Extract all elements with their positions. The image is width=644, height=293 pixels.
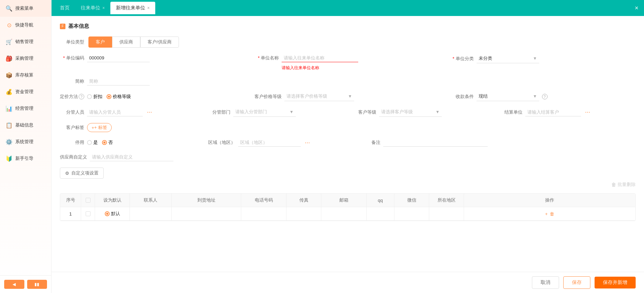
region-input[interactable]: [238, 138, 301, 147]
sidebar-item-sales[interactable]: 🛒 销售管理: [0, 33, 51, 50]
sidebar-label-inventory: 库存核算: [15, 72, 33, 78]
disabled-field: 停用 是 否: [60, 139, 200, 146]
sidebar-label-system: 系统管理: [15, 139, 33, 145]
inventory-icon: 📦: [6, 72, 13, 79]
payment-condition-select[interactable]: 现结 ▼: [477, 92, 539, 101]
sidebar-label-guide: 新手引导: [15, 155, 33, 162]
settlement-unit-input[interactable]: [525, 108, 581, 116]
category-select[interactable]: 未分类 ▼: [477, 54, 539, 63]
tab-partners[interactable]: 往来单位 ×: [75, 2, 110, 14]
sidebar-bottom-btn1[interactable]: ◀: [4, 280, 24, 289]
col-header-address: 到货地址: [172, 194, 241, 207]
unit-btn-supplier[interactable]: 供应商: [112, 36, 140, 48]
pricing-help-icon[interactable]: ?: [79, 94, 84, 99]
tab-home[interactable]: 首页: [54, 2, 75, 14]
disabled-label: 停用: [60, 139, 84, 146]
col-header-qq: qq: [367, 194, 394, 207]
manager-more-btn[interactable]: ···: [146, 108, 154, 116]
price-level-label: 价格等级: [113, 93, 131, 100]
address-input-1[interactable]: [174, 211, 238, 217]
settlement-more-btn[interactable]: ···: [584, 108, 592, 116]
name-error-text: 请输入往来单位名称: [282, 65, 319, 70]
unit-btn-both[interactable]: 客户/供应商: [140, 36, 179, 48]
form-row-code-name-cat: 单位编码 单位名称 请输入往来单位名称 单位分类 未分类 ▼: [60, 54, 636, 71]
department-select[interactable]: 请输入分管部门 ▼: [233, 107, 296, 117]
cell-email-1[interactable]: [321, 207, 367, 220]
cell-address-1[interactable]: [172, 207, 241, 220]
email-input-1[interactable]: [324, 211, 363, 217]
cell-wechat-1[interactable]: [394, 207, 429, 220]
manager-input[interactable]: [87, 108, 143, 116]
pricing-radio-price-level[interactable]: 价格等级: [107, 93, 131, 100]
basic-icon: 📋: [6, 122, 13, 129]
region-input-1[interactable]: [432, 211, 461, 217]
tab-partners-label: 往来单位: [81, 5, 100, 11]
wechat-input-1[interactable]: [397, 211, 426, 217]
pricing-radio-discount[interactable]: 折扣: [87, 93, 102, 100]
remark-field: 备注: [356, 138, 636, 147]
cell-contact-1[interactable]: [130, 207, 172, 220]
region-more-btn[interactable]: ···: [304, 139, 312, 146]
phone-input-1[interactable]: [244, 211, 283, 217]
col-header-region: 所在地区: [429, 194, 464, 207]
sidebar-item-operations[interactable]: 📊 经营管理: [0, 100, 51, 117]
sidebar-item-basic[interactable]: 📋 基础信息: [0, 117, 51, 133]
short-name-field: 简称: [60, 77, 636, 86]
col-header-seq: 序号: [60, 194, 81, 207]
row1-add-btn[interactable]: +: [545, 211, 548, 217]
sidebar-bottom-btn2[interactable]: ▮▮: [27, 280, 47, 289]
customer-price-level-label: 客户价格等级: [254, 93, 282, 100]
unit-btn-customer[interactable]: 客户: [88, 36, 112, 48]
sidebar-item-search[interactable]: 🔍 搜索菜单: [0, 0, 51, 17]
remark-input[interactable]: [383, 138, 488, 147]
sidebar: 🔍 搜索菜单 ⊙ 快捷导航 🛒 销售管理 🎒 采购管理 📦 库存核算 💰 资金管…: [0, 0, 52, 293]
sidebar-item-inventory[interactable]: 📦 库存核算: [0, 67, 51, 83]
add-tag-btn[interactable]: + + 标签: [87, 123, 112, 132]
customer-price-level-select[interactable]: 请选择客户价格等级 ▼: [284, 92, 354, 101]
tab-new-partner-close[interactable]: ×: [147, 6, 150, 10]
disabled-radio-no[interactable]: 否: [102, 139, 113, 146]
short-name-input[interactable]: [87, 77, 150, 86]
sidebar-item-guide[interactable]: 🔰 新手引导: [0, 150, 51, 167]
contact-input-1[interactable]: [133, 211, 168, 217]
code-input[interactable]: [87, 54, 150, 62]
cell-phone-1[interactable]: [241, 207, 286, 220]
disabled-radio-yes[interactable]: 是: [87, 139, 98, 146]
cell-fax-1[interactable]: [286, 207, 321, 220]
yes-radio-circle: [87, 140, 92, 145]
customer-level-select[interactable]: 请选择客户等级 ▼: [379, 107, 442, 117]
save-button[interactable]: 保存: [563, 276, 590, 289]
name-input[interactable]: [282, 54, 358, 62]
window-close-btn[interactable]: ×: [632, 3, 641, 13]
row1-default-radio[interactable]: 默认: [105, 211, 120, 217]
customer-level-chevron: ▼: [435, 109, 440, 114]
sidebar-item-purchase[interactable]: 🎒 采购管理: [0, 50, 51, 67]
sidebar-item-quick-nav[interactable]: ⊙ 快捷导航: [0, 17, 51, 33]
cell-qq-1[interactable]: [367, 207, 394, 220]
sidebar-item-finance[interactable]: 💰 资金管理: [0, 83, 51, 100]
cell-region-1[interactable]: [429, 207, 464, 220]
batch-delete-icon: 🗑: [611, 182, 616, 187]
pricing-field: 定价方法 ? 折扣 价格等级: [60, 93, 246, 100]
qq-input-1[interactable]: [369, 211, 391, 217]
payment-help-icon[interactable]: ?: [542, 94, 548, 99]
cancel-button[interactable]: 取消: [532, 276, 559, 289]
section-icon: F: [60, 24, 65, 29]
tab-partners-close[interactable]: ×: [102, 6, 105, 10]
form-row-disabled-region: 停用 是 否 区域（地区） ···: [60, 138, 636, 147]
category-field: 单位分类 未分类 ▼: [449, 54, 636, 63]
col-header-fax: 传真: [286, 194, 321, 207]
fax-input-1[interactable]: [289, 211, 318, 217]
cell-default-1[interactable]: 默认: [95, 207, 130, 220]
save-new-button[interactable]: 保存并新增: [595, 277, 636, 288]
header-checkbox[interactable]: [86, 198, 91, 203]
custom-settings-btn[interactable]: ⚙ 自定义项设置: [60, 168, 104, 179]
row1-checkbox[interactable]: [86, 211, 91, 216]
supplier-custom-input[interactable]: [90, 153, 173, 161]
cell-action-1: + 🗑: [464, 207, 635, 220]
category-label: 单位分类: [449, 56, 474, 62]
tab-new-partner[interactable]: 新增往来单位 ×: [110, 2, 155, 14]
sidebar-item-system[interactable]: ⚙️ 系统管理: [0, 133, 51, 150]
unit-type-field: 单位类型 客户 供应商 客户/供应商: [60, 36, 179, 48]
row1-delete-btn[interactable]: 🗑: [550, 211, 554, 217]
